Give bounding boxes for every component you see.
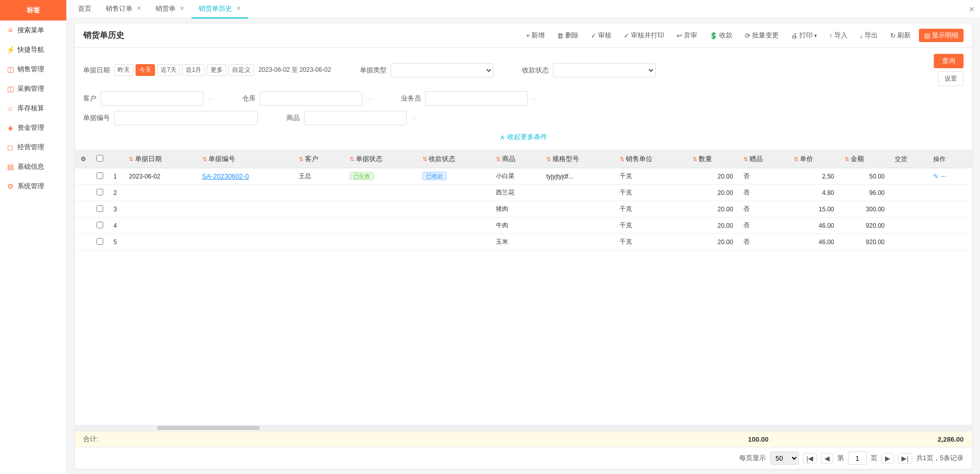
date-btn-yesterday[interactable]: 昨天 xyxy=(114,64,133,76)
query-button[interactable]: 查询 xyxy=(934,54,964,68)
doc-no-link[interactable]: SA-20230602-0 xyxy=(202,172,249,180)
th-unit-price[interactable]: ⇅单价 xyxy=(789,150,839,168)
collect-status-select[interactable] xyxy=(553,63,656,77)
tab-sales-goods-close[interactable]: ✕ xyxy=(180,5,184,12)
row-checkbox[interactable] xyxy=(97,238,103,245)
th-doc-status[interactable]: ⇅单据状态 xyxy=(344,150,418,168)
import-button[interactable]: ↑ 导入 xyxy=(825,29,852,42)
print-button[interactable]: 🖨 打印 ▾ xyxy=(787,29,821,42)
date-buttons: 昨天 今天 近7天 近1月 更多 自定义 2023-06-02 至 2023-0… xyxy=(114,64,331,76)
cell-check[interactable] xyxy=(91,185,108,201)
th-goods[interactable]: ⇅商品 xyxy=(491,150,541,168)
audit-print-button[interactable]: ✓ 审核并打印 xyxy=(620,29,668,42)
sidebar-item-sys-mgmt[interactable]: ⚙ 系统管理 xyxy=(0,176,66,196)
sidebar-item-inventory[interactable]: ⌂ 库存核算 xyxy=(0,98,66,118)
batch-change-button[interactable]: ⟳ 批量变更 xyxy=(741,29,783,42)
audit-button[interactable]: ✓ 审核 xyxy=(587,29,616,42)
th-qty[interactable]: ⇅数量 xyxy=(687,150,738,168)
export-button[interactable]: ↓ 导出 xyxy=(856,29,882,42)
setting-button[interactable]: 设置 xyxy=(938,71,964,86)
customer-label: 客户 xyxy=(83,94,97,103)
refresh-button[interactable]: ↻ 刷新 xyxy=(886,29,915,42)
cell-check[interactable] xyxy=(91,234,108,250)
tab-sales-goods[interactable]: 销货单 ✕ xyxy=(148,0,191,18)
cell-check[interactable] xyxy=(91,201,108,218)
edit-action[interactable]: ✎ xyxy=(933,173,938,180)
customer-input[interactable] xyxy=(101,91,203,106)
collect-button[interactable]: 💲 收款 xyxy=(705,29,737,42)
scrollbar-thumb[interactable] xyxy=(157,426,260,430)
warehouse-dots[interactable]: ··· xyxy=(367,94,373,103)
cell-collect-status xyxy=(417,218,491,234)
row-checkbox[interactable] xyxy=(97,172,103,179)
doc-type-select[interactable] xyxy=(391,63,493,77)
date-btn-custom[interactable]: 自定义 xyxy=(228,64,254,76)
sidebar-item-ops-mgmt[interactable]: ◻ 经营管理 xyxy=(0,137,66,157)
discard-icon: ↩ xyxy=(677,32,682,40)
cell-transaction xyxy=(890,218,928,234)
last-page-btn[interactable]: ▶| xyxy=(898,453,912,464)
tab-home[interactable]: 首页 xyxy=(71,0,99,18)
goods-dots[interactable]: ··· xyxy=(411,114,417,122)
sidebar-item-purchase-mgmt[interactable]: ◫ 采购管理 xyxy=(0,79,66,98)
sidebar-item-finance[interactable]: ◈ 资金管理 xyxy=(0,118,66,137)
tab-sales-order[interactable]: 销售订单 ✕ xyxy=(99,0,148,18)
row-checkbox[interactable] xyxy=(97,222,103,228)
sidebar-item-sales-mgmt[interactable]: ◫ 销售管理 xyxy=(0,60,66,79)
row-checkbox[interactable] xyxy=(97,189,103,195)
row-checkbox[interactable] xyxy=(97,205,103,212)
cell-doc-no[interactable] xyxy=(197,234,294,250)
cell-doc-no[interactable]: SA-20230602-0 xyxy=(197,168,294,185)
cell-doc-no[interactable] xyxy=(197,185,294,201)
select-all-checkbox[interactable] xyxy=(97,155,103,162)
cell-check[interactable] xyxy=(91,218,108,234)
collapse-btn[interactable]: ∧ 收起更多条件 xyxy=(83,130,964,144)
page-number-input[interactable] xyxy=(848,451,867,465)
tab-sales-history[interactable]: 销货单历史 ✕ xyxy=(191,0,248,18)
th-check[interactable] xyxy=(91,150,108,168)
th-gift[interactable]: ⇅赠品 xyxy=(738,150,789,168)
th-spec[interactable]: ⇅规格型号 xyxy=(541,150,614,168)
ops-mgmt-icon: ◻ xyxy=(6,143,14,151)
th-settings[interactable]: ⚙ xyxy=(75,150,91,168)
delete-button[interactable]: 🗑 删除 xyxy=(553,29,583,42)
first-page-btn[interactable]: |◀ xyxy=(803,453,817,464)
discard-button[interactable]: ↩ 弃审 xyxy=(672,29,701,42)
cell-qty: 20.00 xyxy=(687,218,738,234)
th-collect-status[interactable]: ⇅收款状态 xyxy=(417,150,491,168)
cell-check[interactable] xyxy=(91,168,108,185)
next-page-btn[interactable]: ▶ xyxy=(881,453,894,464)
customer-dots[interactable]: ··· xyxy=(207,94,214,103)
goods-input[interactable] xyxy=(304,111,407,125)
th-customer[interactable]: ⇅客户 xyxy=(294,150,344,168)
date-btn-more[interactable]: 更多 xyxy=(207,64,226,76)
cell-doc-no[interactable] xyxy=(197,201,294,218)
add-button[interactable]: + 新增 xyxy=(522,29,549,42)
th-doc-date[interactable]: ⇅单据日期 xyxy=(124,150,197,168)
th-amount[interactable]: ⇅金额 xyxy=(839,150,890,168)
th-sales-unit[interactable]: ⇅销售单位 xyxy=(614,150,688,168)
show-detail-icon: ▤ xyxy=(924,32,930,40)
cell-doc-no[interactable] xyxy=(197,218,294,234)
horizontal-scrollbar[interactable] xyxy=(75,425,972,431)
salesperson-input[interactable] xyxy=(425,91,528,106)
tab-bar-close-btn[interactable]: ✕ xyxy=(969,5,975,13)
date-btn-7days[interactable]: 近7天 xyxy=(157,64,180,76)
docno-input[interactable] xyxy=(114,111,258,125)
collect-status-badge: 已收款 xyxy=(422,172,447,180)
th-doc-no[interactable]: ⇅单据编号 xyxy=(197,150,294,168)
sidebar-item-quick-nav[interactable]: ⚡ 快捷导航 xyxy=(0,40,66,60)
sidebar-item-search-menu[interactable]: ≡ 搜索菜单 xyxy=(0,21,66,40)
prev-page-btn[interactable]: ◀ xyxy=(821,453,833,464)
tab-sales-order-close[interactable]: ✕ xyxy=(137,5,141,12)
cell-customer xyxy=(294,185,344,201)
salesperson-dots[interactable]: ··· xyxy=(532,94,538,103)
warehouse-input[interactable] xyxy=(260,91,362,106)
tab-sales-history-close[interactable]: ✕ xyxy=(236,5,241,12)
page-size-select[interactable]: 50 20 100 xyxy=(770,451,799,465)
sidebar-item-basic-info[interactable]: ▤ 基础信息 xyxy=(0,157,66,176)
more-action[interactable]: ⋯ xyxy=(940,173,947,180)
date-btn-1month[interactable]: 近1月 xyxy=(182,64,205,76)
show-detail-button[interactable]: ▤ 显示明细 xyxy=(919,29,964,42)
date-btn-today[interactable]: 今天 xyxy=(136,64,155,76)
